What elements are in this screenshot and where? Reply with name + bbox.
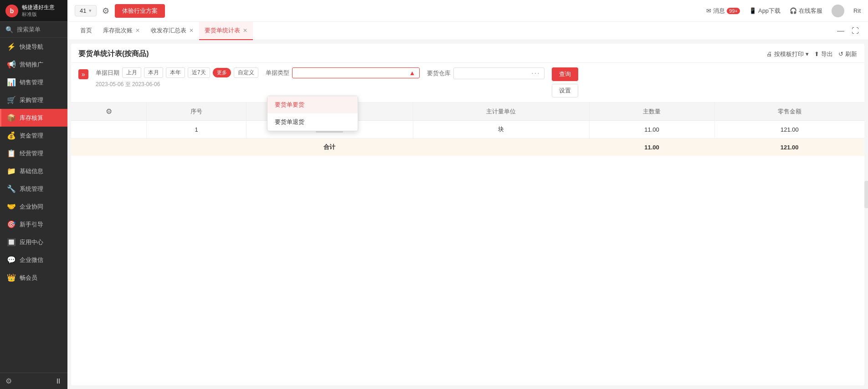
table-row[interactable]: 1 块 11.00 121.00: [71, 121, 864, 138]
sidebar-nav: ⚡ 快捷导航 📢 营销推广 📊 销售管理 🛒 采购管理 📦 库存核算 💰 资金管…: [0, 38, 67, 373]
quick-nav-icon: ⚡: [7, 42, 16, 51]
sidebar-item-finance[interactable]: 💰 资金管理: [0, 127, 67, 144]
header-settings-icon[interactable]: ⚙: [102, 6, 109, 16]
type-filter-select[interactable]: ▲: [292, 67, 420, 78]
table-settings-icon[interactable]: ⚙: [106, 107, 112, 115]
search-menu-item[interactable]: 🔍 搜索菜单: [0, 22, 67, 38]
tab-close-requisition-stats[interactable]: ✕: [243, 27, 247, 34]
print-icon: 🖨: [766, 51, 772, 57]
message-icon: ✉: [706, 7, 711, 14]
tabs-controls: — ⛶: [835, 25, 861, 37]
sidebar-item-collab[interactable]: 🤝 企业协同: [0, 198, 67, 215]
more-options-icon[interactable]: ···: [531, 69, 540, 77]
tab-inventory-batch[interactable]: 库存批次账 ✕: [98, 22, 145, 40]
main-content: 41 ▾ ⚙ 体验行业方案 ✉ 消息 99+ 📱 App下载 🎧 在线客服 Ri…: [67, 0, 868, 389]
footer-empty2: [413, 138, 589, 156]
user-avatar[interactable]: [832, 5, 844, 17]
vip-icon: 👑: [7, 273, 16, 282]
basic-icon: 📁: [7, 167, 16, 175]
guide-icon: 🎯: [7, 220, 16, 229]
settings-icon[interactable]: ⚙: [5, 377, 12, 385]
store-selector[interactable]: 41 ▾: [75, 5, 97, 16]
sidebar-item-app-center[interactable]: 🔲 应用中心: [0, 233, 67, 251]
tab-home[interactable]: 首页: [75, 22, 98, 40]
col-quantity: 主数量: [589, 102, 714, 121]
wechat-icon: 💬: [7, 256, 16, 264]
type-filter-label: 单据类型: [266, 69, 289, 77]
trial-btn[interactable]: 体验行业方案: [115, 4, 165, 18]
page-header: 要货单统计表(按商品) 🖨 按模板打印 ▾ ⬆ 导出 ↺ 刷新: [71, 44, 864, 63]
collapse-icon[interactable]: ⏸: [55, 377, 62, 385]
dropdown-item-requisition-order[interactable]: 要货单要货: [267, 96, 358, 113]
message-item[interactable]: ✉ 消息 99+: [706, 7, 740, 15]
sidebar-item-purchase[interactable]: 🛒 采购管理: [0, 91, 67, 109]
row-amount: 121.00: [714, 121, 864, 138]
sidebar: b 畅捷通好生意 标准版 🔍 搜索菜单 ⚡ 快捷导航 📢 营销推广 📊 销售管理…: [0, 0, 67, 389]
export-btn[interactable]: ⬆ 导出: [814, 50, 833, 58]
warehouse-filter-select[interactable]: ···: [453, 67, 544, 79]
footer-amount: 121.00: [714, 138, 864, 156]
sidebar-item-basic[interactable]: 📁 基础信息: [0, 162, 67, 180]
sidebar-item-operations[interactable]: 📋 经营管理: [0, 144, 67, 162]
finance-icon: 💰: [7, 131, 16, 140]
col-unit: 主计量单位: [413, 102, 589, 121]
footer-quantity: 11.00: [589, 138, 714, 156]
expand-toggle-btn[interactable]: »: [78, 69, 88, 79]
sidebar-item-marketing[interactable]: 📢 营销推广: [0, 56, 67, 73]
type-filter-group: 单据类型 ▲: [266, 67, 420, 78]
sidebar-item-sales[interactable]: 📊 销售管理: [0, 73, 67, 91]
page-content: 要货单统计表(按商品) 🖨 按模板打印 ▾ ⬆ 导出 ↺ 刷新: [67, 40, 868, 389]
footer-empty: [71, 138, 247, 156]
logo-icon: b: [5, 5, 18, 17]
sidebar-item-vip[interactable]: 👑 畅会员: [0, 269, 67, 287]
settings-btn[interactable]: 设置: [552, 84, 578, 97]
tab-close-receipt-summary[interactable]: ✕: [189, 27, 194, 34]
sidebar-item-wechat[interactable]: 💬 企业微信: [0, 251, 67, 269]
refresh-btn[interactable]: ↺ 刷新: [838, 50, 857, 58]
right-scroll-handle[interactable]: [864, 181, 868, 208]
warehouse-filter-group: 要货仓库 ···: [427, 67, 544, 79]
tab-receipt-summary[interactable]: 收发存汇总表 ✕: [145, 22, 199, 40]
page-title: 要货单统计表(按商品): [78, 49, 149, 59]
online-service-item[interactable]: 🎧 在线客服: [790, 7, 822, 15]
date-btn-more[interactable]: 更多: [213, 68, 231, 77]
col-amount: 零售金额: [714, 102, 864, 121]
dropdown-item-requisition-return[interactable]: 要货单退货: [267, 113, 358, 131]
sidebar-logo: b 畅捷通好生意 标准版: [0, 0, 67, 22]
query-btn[interactable]: 查询: [552, 67, 578, 81]
col-row-no: 序号: [147, 102, 247, 121]
custom-date-btn[interactable]: 自定义: [234, 67, 258, 78]
tabs-bar: 首页 库存批次账 ✕ 收发存汇总表 ✕ 要货单统计表 ✕ — ⛶: [67, 22, 868, 40]
date-btn-last-7days[interactable]: 近7天: [188, 67, 210, 78]
date-btn-last-month[interactable]: 上月: [122, 67, 141, 78]
table-footer: 合计 11.00 121.00: [71, 138, 864, 156]
user-name: Rit: [853, 7, 861, 14]
chevron-up-icon: ▲: [409, 69, 416, 77]
col-settings[interactable]: ⚙: [71, 102, 147, 121]
tab-requisition-stats[interactable]: 要货单统计表 ✕: [199, 22, 253, 40]
tab-minimize-btn[interactable]: —: [835, 25, 846, 37]
message-badge: 99+: [727, 8, 740, 14]
inventory-icon: 📦: [7, 113, 16, 122]
date-range-text: 2023-05-06 至 2023-06-06: [96, 81, 258, 88]
sidebar-item-quick-nav[interactable]: ⚡ 快捷导航: [0, 38, 67, 56]
print-template-btn[interactable]: 🖨 按模板打印 ▾: [766, 50, 809, 58]
tab-maximize-btn[interactable]: ⛶: [850, 25, 861, 37]
tab-close-inventory-batch[interactable]: ✕: [135, 27, 140, 34]
sidebar-item-inventory[interactable]: 📦 库存核算: [0, 109, 67, 127]
table-container: ⚙ 序号 商品 主计量单位 主数量 零售金额 1: [71, 102, 864, 385]
export-icon: ⬆: [814, 51, 819, 57]
collab-icon: 🤝: [7, 202, 16, 211]
sidebar-item-guide[interactable]: 🎯 新手引导: [0, 215, 67, 233]
app-download-item[interactable]: 📱 App下载: [749, 7, 781, 15]
date-btn-this-year[interactable]: 本年: [166, 67, 185, 78]
type-filter-input[interactable]: [296, 70, 409, 77]
date-filter-label: 单据日期: [96, 69, 119, 77]
date-btn-this-month[interactable]: 本月: [144, 67, 163, 78]
sidebar-item-system[interactable]: 🔧 系统管理: [0, 180, 67, 198]
filter-bar: » 单据日期 上月 本月 本年 近7天 更多 自定义: [71, 63, 864, 102]
page-inner: 要货单统计表(按商品) 🖨 按模板打印 ▾ ⬆ 导出 ↺ 刷新: [71, 44, 864, 385]
sidebar-bottom: ⚙ ⏸: [0, 373, 67, 389]
marketing-icon: 📢: [7, 60, 16, 69]
table-body: 1 块 11.00 121.00: [71, 121, 864, 138]
